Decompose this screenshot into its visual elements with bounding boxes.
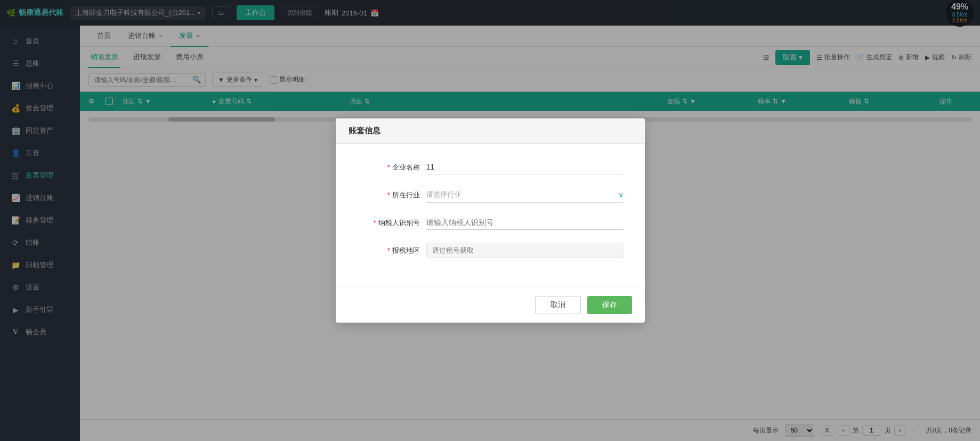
industry-chevron-icon: ∨ bbox=[618, 190, 623, 199]
tax-region-label: * 报税地区 bbox=[357, 246, 426, 255]
industry-select[interactable]: 请选择行业 ∨ bbox=[426, 187, 623, 203]
dialog-body: * 企业名称 * 所在行业 请选择行业 ∨ * bbox=[336, 144, 645, 287]
industry-row: * 所在行业 请选择行业 ∨ bbox=[357, 187, 623, 203]
industry-label: * 所在行业 bbox=[357, 190, 426, 200]
tax-id-label: * 纳税人识别号 bbox=[357, 218, 426, 228]
save-button[interactable]: 保存 bbox=[587, 296, 632, 314]
cancel-button[interactable]: 取消 bbox=[535, 296, 581, 314]
tax-id-input[interactable] bbox=[426, 215, 623, 230]
tax-id-row: * 纳税人识别号 bbox=[357, 215, 623, 230]
company-name-input[interactable] bbox=[426, 160, 623, 174]
modal-overlay: 账套信息 * 企业名称 * 所在行业 请选择行业 ∨ bbox=[0, 0, 980, 441]
dialog-footer: 取消 保存 bbox=[336, 287, 645, 323]
company-name-row: * 企业名称 bbox=[357, 160, 623, 174]
company-name-label: * 企业名称 bbox=[357, 163, 426, 172]
dialog-header: 账套信息 bbox=[336, 118, 645, 144]
account-info-dialog: 账套信息 * 企业名称 * 所在行业 请选择行业 ∨ bbox=[336, 118, 645, 323]
tax-region-input bbox=[426, 243, 623, 258]
tax-region-row: * 报税地区 bbox=[357, 243, 623, 258]
